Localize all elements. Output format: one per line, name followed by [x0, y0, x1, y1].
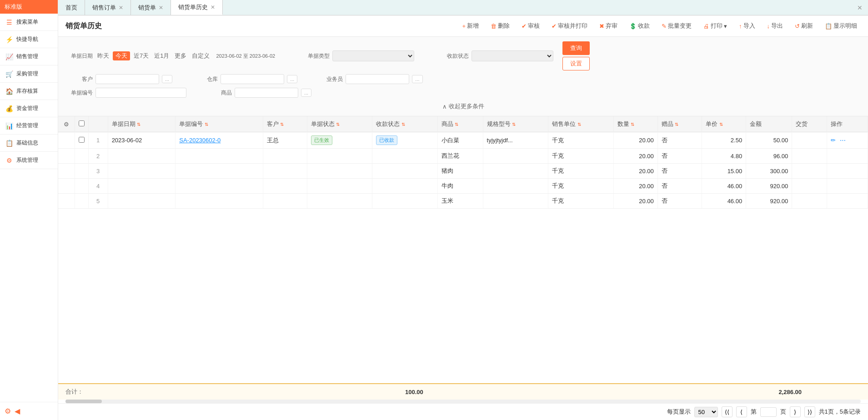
cell-receipt-status — [372, 149, 438, 164]
collect-button[interactable]: 💲 收款 — [626, 20, 653, 32]
query-button[interactable]: 查询 — [562, 41, 590, 55]
row-checkbox[interactable] — [79, 137, 85, 143]
doc-no-label: 单据编号 — [65, 89, 93, 97]
goods-ellipsis-btn[interactable]: ... — [301, 89, 311, 97]
sidebar-item-label: 系统管理 — [16, 156, 38, 164]
date-btn-7days[interactable]: 近7天 — [132, 51, 151, 60]
tab-sales-goods-close[interactable]: ✕ — [159, 5, 163, 11]
doc-type-select[interactable] — [332, 50, 414, 61]
doc-no-filter: 单据编号 — [65, 88, 186, 98]
sidebar-item-base-info[interactable]: 📋 基础信息 — [0, 135, 58, 152]
abandon-button[interactable]: ✖ 弃审 — [596, 20, 621, 32]
cell-checkbox[interactable] — [75, 132, 88, 149]
sidebar-item-ops-mgmt[interactable]: 📊 经营管理 — [0, 117, 58, 135]
scrollbar-thumb[interactable] — [65, 400, 102, 403]
cell-row-num: 5 — [88, 194, 108, 209]
new-button[interactable]: + 新增 — [458, 20, 482, 32]
print-button[interactable]: 🖨 打印 ▾ — [700, 20, 731, 32]
cell-spec — [483, 179, 548, 194]
tab-sales-order[interactable]: 销售订单 ✕ — [85, 0, 131, 15]
salesperson-input[interactable] — [346, 74, 409, 84]
refresh-button[interactable]: ↺ 刷新 — [791, 20, 817, 32]
per-page-select[interactable]: 50 100 — [694, 407, 718, 417]
sidebar-item-sys-mgmt[interactable]: ⚙ 系统管理 — [0, 152, 58, 169]
tab-sales-order-close[interactable]: ✕ — [119, 5, 123, 11]
audit-button[interactable]: ✔ 审核 — [518, 20, 543, 32]
date-btn-1month[interactable]: 近1月 — [152, 51, 171, 60]
page-input[interactable]: 1 — [760, 407, 777, 417]
warehouse-ellipsis-btn[interactable]: ... — [287, 75, 297, 83]
warehouse-input[interactable] — [221, 74, 284, 84]
tab-close-all[interactable]: ✕ — [852, 4, 868, 11]
audit-print-button[interactable]: ✔ 审核并打印 — [548, 20, 591, 32]
col-spec[interactable]: 规格型号 ⇅ — [483, 116, 548, 132]
sidebar-item-purchase-mgmt[interactable]: 🛒 采购管理 — [0, 65, 58, 83]
prev-page-btn[interactable]: ⟨ — [736, 406, 747, 417]
doc-no-link[interactable]: SA-20230602-0 — [179, 137, 221, 144]
export-button[interactable]: ↓ 导出 — [763, 20, 787, 32]
set-button[interactable]: 设置 — [562, 57, 590, 70]
sidebar-item-funds-mgmt[interactable]: 💰 资金管理 — [0, 100, 58, 117]
cell-operation — [827, 194, 868, 209]
sidebar-item-sales-mgmt[interactable]: 📈 销售管理 — [0, 48, 58, 65]
col-spec-label: 规格型号 — [487, 120, 511, 127]
goods-input[interactable] — [235, 88, 298, 98]
col-setting[interactable]: ⚙ — [58, 116, 75, 132]
tab-home[interactable]: 首页 — [58, 0, 85, 15]
receipt-status-select[interactable] — [472, 50, 553, 61]
col-customer[interactable]: 客户 ⇅ — [263, 116, 307, 132]
date-btn-yesterday[interactable]: 昨天 — [95, 51, 111, 60]
cell-doc-status — [307, 149, 372, 164]
cell-checkbox[interactable] — [75, 179, 88, 194]
sidebar-item-search-menu[interactable]: ☰ 搜索菜单 — [0, 14, 58, 31]
select-all-checkbox[interactable] — [79, 120, 85, 126]
customer-ellipsis-btn[interactable]: ... — [162, 75, 172, 83]
import-button[interactable]: ↑ 导入 — [735, 20, 759, 32]
next-page-btn[interactable]: ⟩ — [790, 406, 801, 417]
delete-icon: 🗑 — [491, 23, 497, 30]
col-doc-status[interactable]: 单据状态 ⇅ — [307, 116, 372, 132]
col-quantity[interactable]: 数量 ⇅ — [613, 116, 657, 132]
show-detail-button[interactable]: 📋 显示明细 — [821, 20, 861, 32]
cell-checkbox[interactable] — [75, 194, 88, 209]
tab-sales-history[interactable]: 销货单历史 ✕ — [171, 0, 223, 15]
col-goods[interactable]: 商品 ⇅ — [437, 116, 483, 132]
sidebar-item-stock-calc[interactable]: 🏠 库存核算 — [0, 83, 58, 100]
cell-gift: 否 — [657, 194, 702, 209]
last-page-btn[interactable]: ⟩⟩ — [804, 406, 815, 417]
filter-collapse-btn[interactable]: ∧ 收起更多条件 — [65, 101, 861, 111]
cell-checkbox[interactable] — [75, 164, 88, 179]
column-setting-icon[interactable]: ⚙ — [64, 121, 69, 128]
tab-sales-history-close[interactable]: ✕ — [211, 4, 215, 10]
doc-no-input[interactable] — [95, 88, 186, 98]
col-doc-date[interactable]: 单据日期 ⇅ — [108, 116, 176, 132]
delete-button[interactable]: 🗑 删除 — [487, 20, 513, 32]
cell-operation — [827, 179, 868, 194]
col-sales-unit[interactable]: 销售单位 ⇅ — [548, 116, 614, 132]
col-unit-price[interactable]: 单价 ⇅ — [702, 116, 746, 132]
row-more-btn[interactable]: ⋯ — [840, 137, 846, 144]
first-page-btn[interactable]: ⟨⟨ — [722, 406, 733, 417]
cell-goods: 西兰花 — [437, 149, 483, 164]
date-btn-custom[interactable]: 自定义 — [190, 51, 211, 60]
col-receipt-status[interactable]: 收款状态 ⇅ — [372, 116, 438, 132]
date-btn-today[interactable]: 今天 — [113, 51, 130, 60]
cell-sales-unit: 千克 — [548, 149, 614, 164]
row-edit-btn[interactable]: ✏ — [831, 137, 836, 144]
customer-input[interactable] — [95, 74, 159, 84]
col-doc-no[interactable]: 单据编号 ⇅ — [176, 116, 263, 132]
sidebar-item-label: 库存核算 — [16, 87, 38, 95]
sidebar-setting-icon[interactable]: ⚙ — [5, 407, 11, 415]
salesperson-ellipsis-btn[interactable]: ... — [412, 75, 422, 83]
tab-sales-goods[interactable]: 销货单 ✕ — [131, 0, 171, 15]
col-checkbox[interactable] — [75, 116, 88, 132]
sidebar-collapse-icon[interactable]: ◀ — [15, 407, 20, 415]
cell-checkbox[interactable] — [75, 149, 88, 164]
date-btn-more[interactable]: 更多 — [173, 51, 188, 60]
col-gift[interactable]: 赠品 ⇅ — [657, 116, 702, 132]
sidebar-item-quick-nav[interactable]: ⚡ 快捷导航 — [0, 31, 58, 48]
horizontal-scrollbar[interactable] — [65, 400, 861, 403]
doc-type-filter: 单据类型 — [302, 50, 414, 61]
cell-doc-status — [307, 179, 372, 194]
batch-change-button[interactable]: ✎ 批量变更 — [658, 20, 695, 32]
